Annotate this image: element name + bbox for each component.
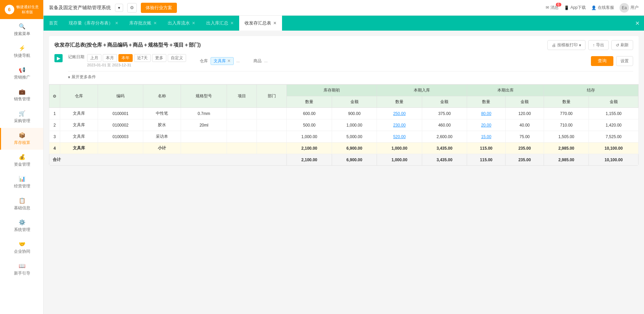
tab-inout-summary[interactable]: 出入库汇总 ✕ bbox=[201, 16, 239, 31]
query-button[interactable]: 查询 bbox=[591, 56, 613, 66]
tab-inout-flow[interactable]: 出入库流水 ✕ bbox=[162, 16, 201, 31]
sidebar-item-sales[interactable]: 💼 销售管理 bbox=[0, 84, 43, 106]
col-in-amt-sub: 金额 bbox=[422, 96, 467, 108]
row-out-qty[interactable]: 15.00 bbox=[467, 131, 506, 143]
table-row: 3文具库0100003采访本1,000.005,000.00520.002,60… bbox=[49, 131, 639, 143]
tab-home[interactable]: 首页 bbox=[44, 16, 63, 31]
sidebar-item-inventory[interactable]: 📦 库存核算 bbox=[0, 128, 43, 150]
row-out-qty-link[interactable]: 15.00 bbox=[481, 134, 491, 139]
tab-close-icon[interactable]: ✕ bbox=[192, 21, 195, 26]
date-btn-7days[interactable]: 近7天 bbox=[134, 54, 151, 62]
user-area[interactable]: Ea 用户 bbox=[620, 3, 639, 13]
footer-in-amt: 3,435.00 bbox=[422, 154, 467, 166]
tab-close-icon[interactable]: ✕ bbox=[115, 21, 118, 26]
row-in-amt: 2,600.00 bbox=[422, 131, 467, 143]
warehouse-tag[interactable]: 文具库 ✕ bbox=[211, 57, 234, 65]
sidebar-item-finance[interactable]: 💰 资金管理 bbox=[0, 150, 43, 171]
tab-close-icon[interactable]: ✕ bbox=[153, 21, 157, 26]
row-goods-spec bbox=[181, 143, 227, 154]
sidebar-item-system[interactable]: ⚙️ 系统管理 bbox=[0, 215, 43, 237]
export-button[interactable]: ↑ 导出 bbox=[588, 40, 609, 50]
goods-filter-label: 商品 bbox=[253, 58, 262, 64]
col-project-header: 项目 bbox=[227, 85, 257, 108]
date-btn-this-month[interactable]: 本月 bbox=[103, 54, 117, 62]
row-in-qty-link[interactable]: 230.00 bbox=[393, 123, 406, 128]
col-out-header: 本期出库 bbox=[467, 85, 544, 96]
setting-button[interactable]: 设置 bbox=[616, 56, 633, 66]
app-download-link[interactable]: 📱 App下载 bbox=[564, 5, 586, 11]
experience-button[interactable]: 体验行业方案 bbox=[141, 3, 177, 13]
sidebar-item-label: 采购管理 bbox=[14, 118, 30, 124]
date-btn-more[interactable]: 更多 bbox=[152, 54, 166, 62]
row-balance-amt: 10,100.00 bbox=[589, 143, 639, 154]
tab-close-icon[interactable]: ✕ bbox=[230, 21, 234, 26]
tab-close-icon[interactable]: ✕ bbox=[273, 21, 277, 26]
date-btn-custom[interactable]: 自定义 bbox=[168, 54, 186, 62]
sidebar-item-marketing[interactable]: 📢 营销推广 bbox=[0, 63, 43, 84]
goods-more[interactable]: ... bbox=[264, 59, 268, 63]
sidebar-item-quicknav[interactable]: ⚡ 快捷导航 bbox=[0, 41, 43, 63]
date-btn-this-year[interactable]: 本年 bbox=[118, 54, 133, 62]
row-project bbox=[227, 108, 257, 119]
print-button[interactable]: 🖨 按模板打印 ▾ bbox=[547, 40, 585, 50]
row-in-qty[interactable]: 250.00 bbox=[377, 108, 422, 119]
footer-opening-amt: 6,900.00 bbox=[332, 154, 377, 166]
expand-arrow-button[interactable]: ▶ bbox=[54, 54, 63, 62]
chevron-down-icon: ▾ bbox=[579, 43, 581, 48]
sidebar-item-operations[interactable]: 📊 经营管理 bbox=[0, 171, 43, 193]
col-opening-qty-sub: 数量 bbox=[287, 96, 332, 108]
row-opening-qty: 1,000.00 bbox=[287, 131, 332, 143]
sidebar-item-basics[interactable]: 📋 基础信息 bbox=[0, 193, 43, 215]
system-selector[interactable]: ▾ bbox=[115, 4, 123, 12]
row-in-qty[interactable]: 520.00 bbox=[377, 131, 422, 143]
logo-icon: 6 bbox=[5, 5, 14, 14]
tab-bar-close-button[interactable]: ✕ bbox=[630, 16, 644, 31]
data-table-container: ⚙ 仓库 编码 名称 规格型号 项目 部门 库存期初 本期入库 本期出库 结存 bbox=[49, 84, 639, 166]
phone-icon: 📱 bbox=[564, 5, 569, 10]
footer-out-qty: 115.00 bbox=[467, 154, 506, 166]
page-title: 收发存汇总表(按仓库＋商品编码＋商品＋规格型号＋项目＋部门) bbox=[54, 42, 201, 48]
refresh-button[interactable]: ↺ 刷新 bbox=[611, 40, 633, 50]
tab-label: 出入库流水 bbox=[168, 20, 190, 26]
warehouse-tag-close[interactable]: ✕ bbox=[227, 59, 231, 63]
row-in-qty: 1,000.00 bbox=[377, 143, 422, 154]
row-in-qty[interactable]: 230.00 bbox=[377, 119, 422, 131]
sidebar-item-guide[interactable]: 📖 新手引导 bbox=[0, 259, 43, 280]
notification-area[interactable]: ✉ 6 消息 bbox=[546, 5, 558, 11]
row-out-qty-link[interactable]: 80.00 bbox=[481, 111, 491, 116]
row-goods-name: 小计 bbox=[143, 143, 181, 154]
table-row: 2文具库0100002胶水20ml500.001,000.00230.00460… bbox=[49, 119, 639, 131]
row-balance-qty: 770.00 bbox=[544, 108, 589, 119]
marketing-icon: 📢 bbox=[19, 67, 26, 73]
sidebar-item-search[interactable]: 🔍 搜索菜单 bbox=[0, 19, 43, 41]
expand-conditions-button[interactable]: ▾ 展开更多条件 bbox=[68, 71, 633, 80]
date-btn-last-month[interactable]: 上月 bbox=[87, 54, 101, 62]
row-out-qty[interactable]: 20.00 bbox=[467, 119, 506, 131]
tab-batch[interactable]: 库存批次账 ✕ bbox=[124, 16, 162, 31]
sidebar-item-purchase[interactable]: 🛒 采购管理 bbox=[0, 106, 43, 128]
sidebar-item-enterprise[interactable]: 🤝 企业协同 bbox=[0, 237, 43, 259]
col-settings-header[interactable]: ⚙ bbox=[49, 85, 60, 108]
row-goods-name: 胶水 bbox=[143, 119, 181, 131]
avatar: Ea bbox=[620, 3, 629, 13]
col-balance-amt-sub: 金额 bbox=[589, 96, 639, 108]
row-out-amt: 235.00 bbox=[506, 143, 544, 154]
row-out-qty-link[interactable]: 20.00 bbox=[481, 123, 491, 128]
settings-gear-button[interactable]: ⚙ bbox=[127, 3, 137, 13]
sidebar-item-label: 快捷导航 bbox=[14, 53, 30, 59]
col-dept-header: 部门 bbox=[257, 85, 287, 108]
tab-inventory-dist[interactable]: 现存量（库存分布表） ✕ bbox=[63, 16, 124, 31]
online-service-link[interactable]: 👤 在线客服 bbox=[591, 5, 614, 11]
row-goods-code: 0100003 bbox=[98, 131, 143, 143]
sidebar-item-label: 新手引导 bbox=[14, 270, 30, 276]
row-out-qty[interactable]: 80.00 bbox=[467, 108, 506, 119]
row-in-qty-link[interactable]: 250.00 bbox=[393, 111, 406, 116]
table-footer-row: 合计 2,100.00 6,900.00 1,000.00 3,435.00 1… bbox=[49, 154, 639, 166]
row-balance-qty: 2,985.00 bbox=[544, 143, 589, 154]
col-goods-name-header: 名称 bbox=[143, 85, 181, 108]
row-in-qty-link[interactable]: 520.00 bbox=[393, 134, 406, 139]
warehouse-more[interactable]: ... bbox=[236, 59, 240, 63]
date-buttons: 上月 本月 本年 近7天 更多 自定义 bbox=[87, 54, 186, 62]
tab-receipt-summary[interactable]: 收发存汇总表 ✕ bbox=[239, 16, 282, 31]
row-project bbox=[227, 119, 257, 131]
